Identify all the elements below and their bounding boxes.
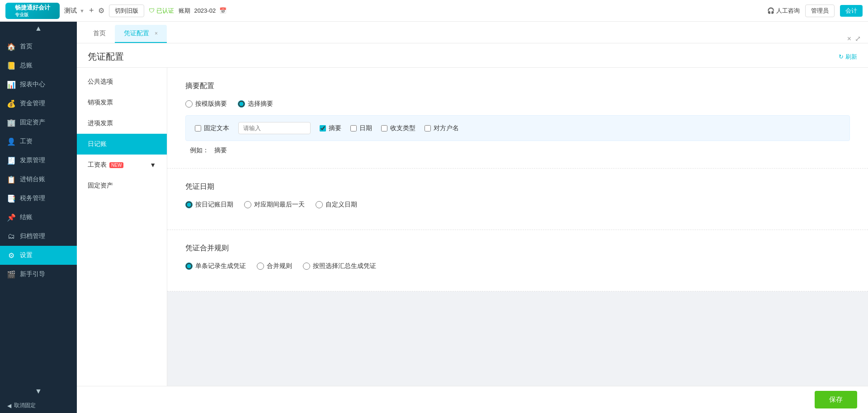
tab-home[interactable]: 首页 — [84, 25, 115, 43]
radio-merge-rule[interactable]: 合并规则 — [257, 262, 292, 270]
save-button[interactable]: 保存 — [815, 391, 857, 408]
scroll-up-icon[interactable]: ▲ — [35, 24, 42, 33]
fixed-text-label: 固定文本 — [204, 124, 229, 132]
sidebar-label-0: 首页 — [20, 42, 33, 51]
config-panel: 摘要配置 按模版摘要 选择摘要 — [167, 68, 868, 386]
radio-template-summary[interactable]: 按模版摘要 — [185, 100, 227, 108]
sidebar-icon-3: 💰 — [7, 99, 15, 108]
radio-custom-date[interactable]: 自定义日期 — [316, 201, 357, 209]
income-type-label: 收支类型 — [390, 124, 415, 132]
radio-merge-input[interactable] — [257, 263, 264, 270]
sidebar-icon-10: 🗂 — [7, 232, 15, 240]
window-expand-button[interactable]: ⤢ — [855, 34, 861, 43]
radio-custom-input[interactable] — [316, 201, 323, 208]
tab-bar: 首页 凭证配置 × × ⤢ — [77, 22, 868, 43]
left-menu-label-1: 销项发票 — [88, 99, 113, 106]
sidebar-item-报表中心[interactable]: 📊报表中心 — [0, 75, 77, 94]
sidebar-icon-8: 📑 — [7, 194, 15, 202]
sidebar-item-税务管理[interactable]: 📑税务管理 — [0, 189, 77, 208]
manager-button[interactable]: 管理员 — [805, 5, 835, 17]
refresh-button[interactable]: ↻ 刷新 — [839, 53, 857, 61]
calendar-icon[interactable]: 📅 — [219, 7, 226, 14]
period-value: 2023-02 — [194, 7, 216, 14]
sidebar-item-设置[interactable]: ⚙设置 — [0, 246, 77, 265]
chevron-icon-4: ▼ — [150, 161, 156, 169]
sidebar-scroll-down[interactable]: ▼ — [0, 385, 77, 398]
switch-old-button[interactable]: 切到旧版 — [109, 5, 144, 17]
sidebar-icon-0: 🏠 — [7, 42, 15, 51]
left-menu-item-进项发票[interactable]: 进项发票 — [77, 113, 167, 134]
radio-last-day-input[interactable] — [244, 201, 251, 208]
checkbox-income-type-input[interactable] — [381, 125, 387, 131]
radio-single-record[interactable]: 单条记录生成凭证 — [185, 262, 246, 270]
radio-last-day[interactable]: 对应期间最后一天 — [244, 201, 305, 209]
radio-daily-input[interactable] — [185, 201, 193, 208]
sidebar-item-归档管理[interactable]: 🗂归档管理 — [0, 227, 77, 246]
radio-summary-generate[interactable]: 按照选择汇总生成凭证 — [303, 262, 376, 270]
period-info: 账期 2023-02 📅 — [179, 7, 226, 15]
left-menu-label-2: 进项发票 — [88, 119, 113, 127]
chevron-down-icon: ▼ — [80, 8, 85, 14]
sidebar-icon-6: 🧾 — [7, 156, 15, 164]
voucher-date-radio-group: 按日记账日期 对应期间最后一天 自定义日期 — [185, 201, 850, 209]
left-menu-item-固定资产[interactable]: 固定资产 — [77, 175, 167, 196]
sidebar-item-新手引导[interactable]: 🎬新手引导 — [0, 265, 77, 284]
window-close-button[interactable]: × — [847, 35, 851, 43]
sidebar-item-总账[interactable]: 📒总账 — [0, 56, 77, 75]
checkbox-counterpart-input[interactable] — [425, 125, 431, 131]
sidebar-item-资金管理[interactable]: 💰资金管理 — [0, 94, 77, 113]
scroll-down-icon[interactable]: ▼ — [35, 387, 42, 395]
add-icon[interactable]: + — [89, 6, 94, 15]
left-menu-item-销项发票[interactable]: 销项发票 — [77, 92, 167, 113]
sidebar-item-首页[interactable]: 🏠首页 — [0, 37, 77, 56]
fixed-text-input[interactable] — [238, 122, 311, 134]
sidebar-label-10: 归档管理 — [20, 232, 45, 240]
consult-button[interactable]: 🎧 人工咨询 — [767, 7, 800, 15]
sidebar-scroll-up[interactable]: ▲ — [0, 22, 77, 35]
voucher-merge-section: 凭证合并规则 单条记录生成凭证 合并规则 — [167, 230, 868, 291]
left-menu-item-工资表[interactable]: 工资表NEW▼ — [77, 155, 167, 175]
app-logo: 畅捷通好会计 专业版 — [5, 3, 60, 19]
page-content: 凭证配置 ↻ 刷新 公共选项销项发票进项发票日记账工资表NEW▼固定资产 — [77, 43, 868, 413]
gear-icon[interactable]: ⚙ — [98, 6, 104, 15]
radio-template-input[interactable] — [185, 100, 193, 108]
sidebar-icon-1: 📒 — [7, 61, 15, 70]
voucher-merge-title: 凭证合并规则 — [185, 244, 850, 253]
voucher-config-body: 公共选项销项发票进项发票日记账工资表NEW▼固定资产 摘要配置 按模版摘要 — [77, 68, 868, 386]
sidebar-item-发票管理[interactable]: 🧾发票管理 — [0, 151, 77, 170]
voucher-merge-radio-group: 单条记录生成凭证 合并规则 按照选择汇总生成凭证 — [185, 262, 850, 270]
radio-select-input[interactable] — [238, 100, 245, 108]
left-menu-item-日记账[interactable]: 日记账 — [77, 134, 167, 155]
consult-label: 人工咨询 — [776, 7, 800, 15]
radio-summary-input[interactable] — [303, 263, 310, 270]
headset-icon: 🎧 — [767, 7, 774, 14]
radio-select-summary[interactable]: 选择摘要 — [238, 100, 273, 108]
collapse-sidebar-button[interactable]: ◀ 取消固定 — [0, 398, 77, 413]
project-selector[interactable]: 测试 ▼ — [64, 7, 85, 15]
new-badge-4: NEW — [109, 162, 123, 168]
radio-daily-label: 按日记账日期 — [195, 201, 233, 209]
checkbox-summary-input[interactable] — [320, 125, 326, 131]
voucher-config-header: 凭证配置 ↻ 刷新 — [77, 43, 868, 68]
checkbox-summary[interactable]: 摘要 — [320, 124, 341, 132]
checkbox-fixed-text-input[interactable] — [195, 125, 201, 131]
tab-close-icon[interactable]: × — [155, 30, 158, 37]
example-value: 摘要 — [214, 146, 227, 154]
summary-config-title: 摘要配置 — [185, 81, 850, 91]
sidebar-item-进销台账[interactable]: 📋进销台账 — [0, 170, 77, 189]
sidebar-icon-7: 📋 — [7, 175, 15, 183]
sidebar-item-固定资产[interactable]: 🏢固定资产 — [0, 113, 77, 132]
role-button[interactable]: 会计 — [840, 5, 863, 17]
sidebar-item-工资[interactable]: 👤工资 — [0, 132, 77, 151]
radio-daily-date[interactable]: 按日记账日期 — [185, 201, 233, 209]
radio-single-input[interactable] — [185, 263, 193, 270]
tab-voucher-config[interactable]: 凭证配置 × — [115, 25, 167, 43]
left-menu-item-公共选项[interactable]: 公共选项 — [77, 71, 167, 92]
checkbox-date-input[interactable] — [350, 125, 357, 131]
sidebar-item-结账[interactable]: 📌结账 — [0, 208, 77, 227]
checkbox-date[interactable]: 日期 — [350, 124, 372, 132]
checkbox-income-type[interactable]: 收支类型 — [381, 124, 415, 132]
checkbox-fixed-text[interactable]: 固定文本 — [195, 124, 229, 132]
checkbox-counterpart[interactable]: 对方户名 — [425, 124, 459, 132]
collapse-icon: ◀ — [7, 403, 11, 409]
